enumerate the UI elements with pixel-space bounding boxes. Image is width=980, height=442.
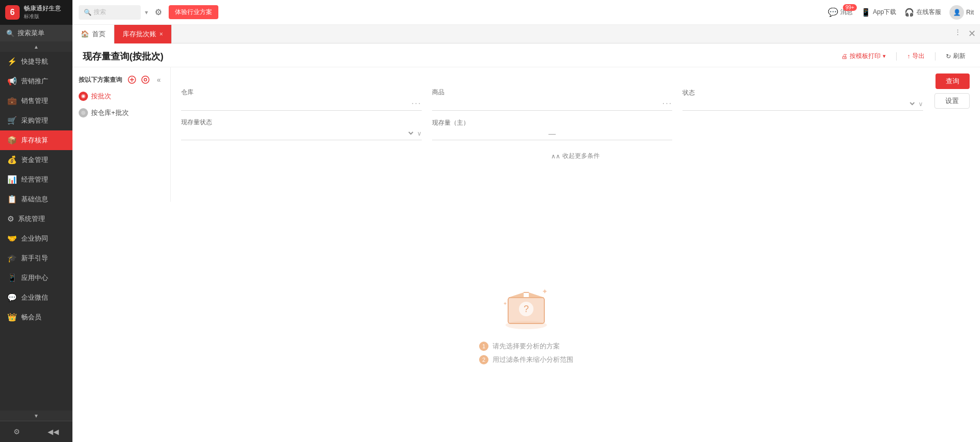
warehouse-input[interactable]	[181, 100, 409, 108]
page-title: 现存量查询(按批次)	[83, 50, 164, 63]
scheme-item-batch[interactable]: 按批次	[72, 88, 170, 105]
sidebar-item-finance[interactable]: 💰 资金管理	[0, 150, 72, 170]
settings-btn[interactable]: 设置	[934, 93, 970, 109]
sidebar-item-wechat[interactable]: 💬 企业微信	[0, 288, 72, 307]
topbar-search-icon: 🔍	[84, 9, 92, 16]
sidebar-scroll-down[interactable]: ▼	[0, 410, 72, 421]
warehouse-field: 仓库 ···	[181, 88, 422, 111]
sidebar-item-label: 资金管理	[21, 155, 48, 165]
sidebar-item-label: 库存核算	[21, 136, 48, 145]
app-download-btn[interactable]: 📱 App下载	[861, 8, 896, 17]
online-service-btn[interactable]: 🎧 在线客服	[904, 8, 941, 17]
page-header: 现存量查询(按批次) 🖨 按模板打印 ▾ ↑ 导出 ↻ 刷新	[72, 43, 980, 67]
sidebar-item-appcenter[interactable]: 📱 应用中心	[0, 268, 72, 288]
svg-point-4	[144, 79, 147, 81]
topbar-search[interactable]: 🔍 搜索	[79, 5, 141, 20]
sidebar-search-label: 搜索菜单	[18, 28, 44, 38]
stock-qty-min[interactable]	[432, 130, 546, 138]
search-icon: 🔍	[6, 30, 14, 37]
wechat-icon: 💬	[7, 293, 17, 302]
collapse-more-btn[interactable]: ∧∧ 收起更多条件	[181, 148, 970, 165]
stock-status-select[interactable]	[181, 129, 415, 138]
avatar: 👤	[949, 5, 964, 20]
sidebar-item-system[interactable]: ⚙ 系统管理	[0, 209, 72, 229]
stock-qty-dash: —	[548, 129, 556, 138]
panel-expand-btn[interactable]: ⋮	[954, 28, 961, 36]
status-label: 状态	[682, 89, 923, 97]
sales-icon: 💼	[7, 96, 17, 106]
operations-icon: 📊	[7, 175, 17, 184]
export-icon: ↑	[907, 53, 910, 60]
collapse-more-label: 收起更多条件	[562, 152, 600, 160]
sidebar: 6 畅康通好生意 标准版 🔍 搜索菜单 ▲ ⚡ 快捷导航 📢 营销推广 💼 销售…	[0, 0, 72, 442]
collab-icon: 🤝	[7, 234, 17, 243]
print-btn[interactable]: 🖨 按模板打印 ▾	[837, 50, 890, 63]
query-btn[interactable]: 查询	[936, 73, 970, 89]
topbar-dropdown-chevron[interactable]: ▾	[145, 9, 148, 16]
stock-qty-field: 现存量（主） —	[432, 119, 673, 140]
filter-area: 按以下方案查询	[72, 67, 980, 202]
filter-actions: 查询 设置	[933, 73, 970, 111]
sidebar-collapse-btn[interactable]: ◀◀	[43, 425, 63, 438]
filter-row-2: 现存量状态 ∨ 现存量（主） —	[181, 118, 970, 140]
scheme-list-header: 按以下方案查询	[72, 71, 170, 88]
app-subtitle: 标准版	[24, 13, 61, 20]
warehouse-dots[interactable]: ···	[411, 99, 421, 108]
trial-btn[interactable]: 体验行业方案	[169, 5, 218, 19]
panel-close-btn[interactable]: ✕	[968, 28, 976, 39]
filter-fields: 仓库 ··· 商品 ···	[171, 67, 980, 202]
basicinfo-icon: 📋	[7, 195, 17, 204]
scheme-settings-btn[interactable]	[140, 75, 151, 85]
stock-status-field: 现存量状态 ∨	[181, 118, 422, 140]
scheme-item-warehouse-batch[interactable]: 按仓库+批次	[72, 105, 170, 121]
sidebar-search-item[interactable]: 🔍 搜索菜单	[0, 25, 72, 41]
tab-home[interactable]: 🏠 首页	[72, 25, 114, 43]
sidebar-settings-btn[interactable]: ⚙	[9, 425, 24, 438]
svg-point-6	[82, 95, 84, 97]
sidebar-scroll-up[interactable]: ▲	[0, 41, 72, 52]
stock-status-select-wrap: ∨	[181, 129, 422, 140]
guide-icon: 🎓	[7, 254, 17, 263]
system-icon: ⚙	[7, 214, 14, 224]
print-icon: 🖨	[841, 53, 848, 60]
status-select[interactable]	[682, 99, 916, 108]
refresh-btn[interactable]: ↻ 刷新	[942, 50, 970, 63]
sidebar-item-operations[interactable]: 📊 经营管理	[0, 170, 72, 189]
scheme-item-label: 按批次	[91, 92, 111, 101]
messages-btn[interactable]: 💬 消息 99+	[828, 7, 853, 17]
svg-text:✦: ✦	[503, 301, 507, 306]
purchase-icon: 🛒	[7, 116, 17, 125]
sidebar-item-members[interactable]: 👑 畅会员	[0, 307, 72, 327]
finance-icon: 💰	[7, 155, 17, 165]
tab-close-btn[interactable]: ×	[159, 31, 163, 38]
scheme-item-label: 按仓库+批次	[91, 108, 129, 117]
user-avatar[interactable]: 👤 Rit	[949, 5, 974, 20]
sidebar-item-quicknav[interactable]: ⚡ 快捷导航	[0, 52, 72, 71]
sidebar-item-sales[interactable]: 💼 销售管理	[0, 91, 72, 111]
collapse-up-icon: ∧∧	[551, 153, 560, 160]
sidebar-item-purchase[interactable]: 🛒 采购管理	[0, 111, 72, 130]
main-area: 🔍 搜索 ▾ ⚙ 体验行业方案 💬 消息 99+ 📱 App下载 🎧 在线客服	[72, 0, 980, 442]
app-logo: 6	[5, 5, 20, 20]
tip-num-2: 2	[479, 355, 488, 364]
export-btn[interactable]: ↑ 导出	[903, 50, 929, 63]
stock-status-label: 现存量状态	[181, 118, 422, 127]
sidebar-item-collaboration[interactable]: 🤝 企业协同	[0, 229, 72, 248]
product-input[interactable]	[432, 100, 660, 108]
scheme-collapse-btn[interactable]: «	[154, 75, 164, 85]
add-scheme-btn[interactable]	[127, 75, 137, 85]
product-dots[interactable]: ···	[662, 99, 672, 108]
tab-inventory-batch[interactable]: 库存批次账 ×	[114, 25, 172, 43]
sidebar-item-inventory[interactable]: 📦 库存核算	[0, 130, 72, 150]
svg-text:✦: ✦	[542, 287, 548, 296]
sidebar-item-basic-info[interactable]: 📋 基础信息	[0, 189, 72, 209]
stock-qty-max[interactable]	[558, 130, 672, 138]
scheme-active-icon	[79, 92, 88, 101]
sidebar-item-label: 新手引导	[21, 254, 48, 263]
sidebar-item-label: 营销推广	[21, 77, 48, 86]
sidebar-item-guide[interactable]: 🎓 新手引导	[0, 248, 72, 268]
sidebar-item-marketing[interactable]: 📢 营销推广	[0, 71, 72, 91]
topbar-gear-btn[interactable]: ⚙	[152, 6, 165, 19]
svg-point-7	[81, 111, 85, 115]
sidebar-item-label: 经营管理	[21, 175, 48, 184]
